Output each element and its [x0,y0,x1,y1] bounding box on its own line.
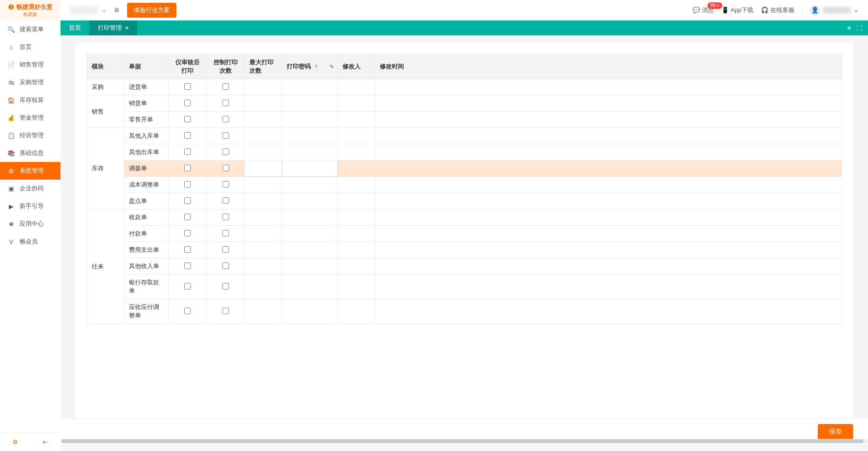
cell-password[interactable] [282,161,338,177]
sidebar-item-1[interactable]: ⌂首页 [0,38,61,56]
cell-ctrl-count [207,193,245,209]
cell-mod-time [375,275,842,299]
sidebar-item-2[interactable]: 📄销售管理 [0,56,61,74]
sidebar-label: 首页 [20,43,32,51]
sidebar-item-8[interactable]: ⚙系统管理 [0,162,61,180]
cell-doc: 盘点单 [124,193,168,209]
checkbox-ctrl-count[interactable] [222,116,229,122]
chevron-down-icon: ⌄ [101,7,107,13]
checkbox-ctrl-count[interactable] [222,246,229,253]
app-download-button[interactable]: 📱 App下载 [721,6,754,14]
cell-ctrl-count [207,95,245,112]
sidebar-item-3[interactable]: 🛍采购管理 [0,74,61,91]
checkbox-audit-only[interactable] [184,308,191,314]
checkbox-audit-only[interactable] [184,214,191,220]
checkbox-ctrl-count[interactable] [222,197,229,204]
checkbox-audit-only[interactable] [184,263,191,269]
checkbox-audit-only[interactable] [184,100,191,106]
checkbox-audit-only[interactable] [184,197,191,204]
brand-title: 畅捷通好生意 [16,3,53,11]
checkbox-ctrl-count[interactable] [222,132,229,139]
tab-close-icon[interactable]: ✕ [125,25,129,31]
cell-audit-only [168,177,207,193]
service-label: 在线客服 [770,6,794,14]
checkbox-audit-only[interactable] [184,230,191,236]
cell-audit-only [168,144,207,161]
cell-modifier [338,161,375,177]
cell-max-count [245,299,282,324]
cell-doc: 其他出库单 [124,144,168,161]
checkbox-audit-only[interactable] [184,116,191,122]
save-button[interactable]: 保存 [818,424,853,440]
cell-max-count [245,144,282,161]
checkbox-audit-only[interactable] [184,165,191,171]
logo-icon [8,4,14,10]
checkbox-ctrl-count[interactable] [222,165,229,171]
horizontal-scrollbar[interactable] [61,439,868,444]
gear-icon[interactable]: ⚙ [114,7,120,13]
checkbox-ctrl-count[interactable] [222,148,229,155]
separator [802,6,802,14]
cell-password [282,177,338,193]
table-row: 其他出库单 [87,144,842,161]
cell-mod-time [375,258,842,275]
cell-modifier [338,226,375,242]
checkbox-ctrl-count[interactable] [222,83,229,90]
cell-password [282,275,338,299]
tab-1[interactable]: 打印管理✕ [89,20,137,35]
sidebar-item-7[interactable]: 📚基础信息 [0,144,61,162]
settings-icon[interactable]: ⚙ [13,438,18,445]
cell-doc: 费用支出单 [124,242,168,258]
tab-label: 首页 [69,24,81,32]
tab-0[interactable]: 首页 [61,20,89,35]
sidebar-item-10[interactable]: ▶新手引导 [0,197,61,215]
close-all-tabs-icon[interactable]: ✕ [847,25,852,32]
checkbox-ctrl-count[interactable] [222,230,229,236]
sidebar-item-5[interactable]: 💰资金管理 [0,109,61,127]
user-menu[interactable]: 👤 ⌄ [810,5,859,15]
checkbox-ctrl-count[interactable] [222,308,229,314]
org-selector[interactable]: ⌄ ⚙ [70,6,120,14]
sidebar-icon: 🏠 [7,97,15,104]
sidebar-item-9[interactable]: ▣企业协同 [0,180,61,197]
cell-mod-time [375,226,842,242]
cell-audit-only [168,275,207,299]
checkbox-audit-only[interactable] [184,132,191,139]
sidebar-item-11[interactable]: ❀应用中心 [0,215,61,233]
checkbox-audit-only[interactable] [184,246,191,253]
checkbox-audit-only[interactable] [184,83,191,90]
panel: 模块 单据 仅审核后打印 控制打印次数 最大打印次数 打印密码 ? ✎ 修改人 [75,43,853,418]
cell-max-count[interactable] [245,161,282,177]
cell-max-count [245,275,282,299]
online-service-button[interactable]: 🎧 在线客服 [761,6,794,14]
help-icon[interactable]: ? [315,64,318,69]
sidebar-item-4[interactable]: 🏠库存核算 [0,91,61,109]
cell-max-count [245,209,282,226]
checkbox-audit-only[interactable] [184,181,191,188]
cell-modifier [338,209,375,226]
sidebar-item-0[interactable]: 🔍搜索菜单 [0,20,61,38]
cell-audit-only [168,258,207,275]
checkbox-audit-only[interactable] [184,283,191,289]
cell-mod-time [375,95,842,112]
checkbox-ctrl-count[interactable] [222,263,229,269]
cell-audit-only [168,112,207,128]
sidebar-label: 基础信息 [20,149,44,157]
sidebar-item-6[interactable]: 📋经营管理 [0,127,61,144]
collapse-icon[interactable]: ⇤ [43,438,48,445]
cell-audit-only [168,226,207,242]
messages-button[interactable]: 💬 消息 99 + [693,6,714,14]
th-password-label: 打印密码 [287,63,311,70]
checkbox-audit-only[interactable] [184,148,191,155]
checkbox-ctrl-count[interactable] [222,214,229,220]
checkbox-ctrl-count[interactable] [222,100,229,106]
sidebar-item-12[interactable]: V畅会员 [0,233,61,250]
industry-solution-button[interactable]: 体验行业方案 [127,3,176,18]
header-right: 💬 消息 99 + 📱 App下载 🎧 在线客服 👤 ⌄ [693,5,859,15]
edit-icon[interactable]: ✎ [330,64,334,70]
cell-ctrl-count [207,209,245,226]
checkbox-ctrl-count[interactable] [222,181,229,188]
checkbox-ctrl-count[interactable] [222,283,229,289]
sidebar-label: 采购管理 [20,78,44,87]
fullscreen-icon[interactable]: ⛶ [856,25,862,32]
